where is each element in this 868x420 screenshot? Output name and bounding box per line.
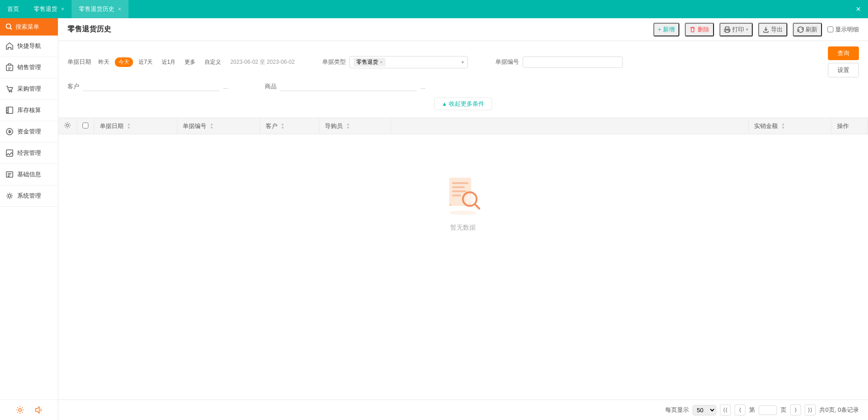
th-amount-sort[interactable]: ▲▼ <box>781 123 785 130</box>
total-text: 共0页, 0条记录 <box>819 406 859 414</box>
th-guide-label: 导购员 <box>325 123 343 129</box>
sales-icon <box>5 63 14 72</box>
sidebar-item-finance[interactable]: 资金管理 <box>0 121 58 143</box>
sidebar-item-business[interactable]: 经营管理 <box>0 143 58 164</box>
window-close-button[interactable]: × <box>848 5 868 14</box>
sidebar-item-system-label: 系统管理 <box>17 192 41 200</box>
sidebar: 搜索菜单 快捷导航 销售管理 采购管理 <box>0 18 58 420</box>
customer-input[interactable] <box>83 82 220 91</box>
svg-point-0 <box>6 24 11 29</box>
th-voucher-label: 单据编号 <box>183 123 206 129</box>
th-guide: 导购员 ▲▼ <box>319 118 390 134</box>
print-button-label: 打印 <box>732 26 744 34</box>
sidebar-item-system[interactable]: 系统管理 <box>0 185 58 207</box>
th-voucher-sort[interactable]: ▲▼ <box>210 123 213 130</box>
th-amount: 实销金额 ▲▼ <box>749 118 832 134</box>
type-filter-label: 单据类型 <box>322 58 346 66</box>
show-detail-checkbox-label[interactable]: 显示明细 <box>827 26 859 34</box>
purchase-icon <box>5 85 14 93</box>
new-button[interactable]: + 新增 <box>653 23 679 36</box>
customer-filter-item: 客户 ... <box>67 82 228 91</box>
next-page-button[interactable]: ⟩ <box>790 405 801 415</box>
tab-retail-return-history-label: 零售退货历史 <box>79 5 114 13</box>
tab-list: 首页 零售退货 × 零售退货历史 × <box>0 0 848 18</box>
pagination-bar: 每页显示 10 20 50 100 ⟨⟨ ⟨ 第 1 页 ⟩ ⟩⟩ 共0页, 0… <box>58 400 868 420</box>
query-btn-group: 查询 设置 <box>828 46 859 77</box>
th-date: 单据日期 ▲▼ <box>94 118 177 134</box>
inventory-icon <box>5 106 14 114</box>
sidebar-item-info[interactable]: 基础信息 <box>0 164 58 185</box>
export-icon <box>763 26 769 33</box>
tab-home-label: 首页 <box>7 5 19 13</box>
query-button[interactable]: 查询 <box>828 46 859 60</box>
goods-filter-label: 商品 <box>265 82 277 91</box>
collapse-button[interactable]: ▲ 收起更多条件 <box>434 97 493 110</box>
voucher-input[interactable] <box>523 56 623 68</box>
svg-line-23 <box>475 204 479 209</box>
export-button[interactable]: 导出 <box>758 23 787 36</box>
sidebar-item-quicknav[interactable]: 快捷导航 <box>0 36 58 57</box>
svg-line-1 <box>10 28 12 30</box>
date-quick-buttons: 昨天 今天 近7天 近1月 更多 自定义 <box>95 57 225 67</box>
refresh-button[interactable]: 刷新 <box>793 23 822 36</box>
goods-input[interactable] <box>280 82 417 91</box>
tab-retail-return[interactable]: 零售退货 × <box>26 0 72 18</box>
th-date-sort[interactable]: ▲▼ <box>127 123 131 130</box>
date-btn-yesterday[interactable]: 昨天 <box>95 57 113 67</box>
select-all-checkbox[interactable] <box>82 123 88 128</box>
voucher-filter-item: 单据编号 <box>495 56 623 68</box>
tab-retail-return-history[interactable]: 零售退货历史 × <box>72 0 128 18</box>
sidebar-item-sales-label: 销售管理 <box>17 63 41 72</box>
volume-icon[interactable] <box>34 405 43 415</box>
table-settings-icon[interactable] <box>64 122 71 129</box>
collapse-arrow: ▲ <box>442 101 447 107</box>
type-tag-close[interactable]: × <box>380 60 383 65</box>
refresh-button-label: 刷新 <box>806 26 817 34</box>
page-input[interactable]: 1 <box>759 405 777 415</box>
prev-page-button[interactable]: ⟨ <box>734 405 745 415</box>
date-btn-custom[interactable]: 自定义 <box>201 57 225 67</box>
date-range-display: 2023-06-02 至 2023-06-02 <box>230 58 294 66</box>
settings-button[interactable]: 设置 <box>828 63 859 77</box>
last-page-button[interactable]: ⟩⟩ <box>805 405 816 415</box>
per-page-label: 每页显示 <box>665 406 689 414</box>
sidebar-item-finance-label: 资金管理 <box>17 128 41 136</box>
goods-ellipsis-btn[interactable]: ... <box>421 83 426 90</box>
sidebar-item-info-label: 基础信息 <box>17 170 41 179</box>
refresh-icon <box>797 26 804 33</box>
tab-home[interactable]: 首页 <box>0 0 26 18</box>
svg-rect-18 <box>452 186 465 188</box>
date-btn-more[interactable]: 更多 <box>181 57 199 67</box>
date-btn-1month[interactable]: 近1月 <box>158 57 180 67</box>
export-button-label: 导出 <box>771 26 783 34</box>
sidebar-item-purchase[interactable]: 采购管理 <box>0 78 58 100</box>
th-actions-label: 操作 <box>837 123 849 129</box>
show-detail-checkbox[interactable] <box>827 26 833 32</box>
date-btn-today[interactable]: 今天 <box>115 57 133 67</box>
table-header-row: 单据日期 ▲▼ 单据编号 ▲▼ 客户 ▲▼ 导购员 <box>58 118 868 134</box>
delete-button[interactable]: 删除 <box>685 23 714 36</box>
print-button[interactable]: 打印 ▾ <box>719 23 753 36</box>
type-select[interactable]: 零售退货 × ▾ <box>349 56 468 68</box>
empty-state-row: 暂无数据 <box>58 134 868 269</box>
sidebar-item-inventory[interactable]: 库存核算 <box>0 100 58 121</box>
svg-rect-17 <box>452 182 468 184</box>
first-page-button[interactable]: ⟨⟨ <box>720 405 731 415</box>
date-filter-label: 单据日期 <box>67 58 91 66</box>
sidebar-item-sales[interactable]: 销售管理 <box>0 57 58 78</box>
customer-ellipsis-btn[interactable]: ... <box>223 83 228 90</box>
svg-point-9 <box>8 195 11 197</box>
per-page-select[interactable]: 10 20 50 100 <box>693 405 716 415</box>
delete-button-label: 删除 <box>698 26 709 34</box>
settings-icon[interactable] <box>15 405 25 415</box>
type-tag-label: 零售退货 <box>356 58 378 66</box>
date-btn-7days[interactable]: 近7天 <box>135 57 156 67</box>
page-title: 零售退货历史 <box>67 25 111 34</box>
tab-retail-return-close[interactable]: × <box>61 6 64 12</box>
th-voucher: 单据编号 ▲▼ <box>177 118 260 134</box>
sidebar-search[interactable]: 搜索菜单 <box>0 18 58 36</box>
svg-rect-12 <box>725 27 729 29</box>
th-guide-sort[interactable]: ▲▼ <box>346 123 350 130</box>
tab-retail-return-history-close[interactable]: × <box>118 6 121 12</box>
th-customer-sort[interactable]: ▲▼ <box>281 123 284 130</box>
